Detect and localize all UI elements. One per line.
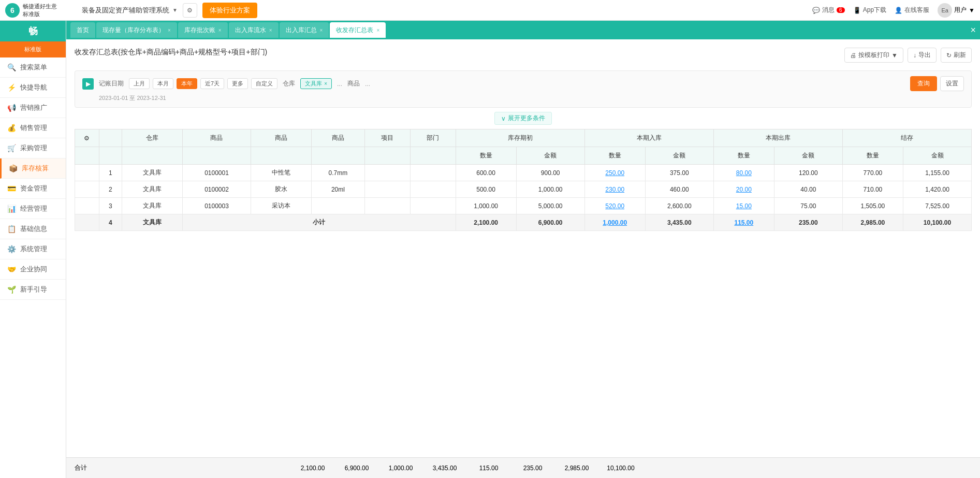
tab-summary[interactable]: 出入库汇总 × xyxy=(280,22,329,38)
sidebar-item-search[interactable]: 🔍 搜索菜单 xyxy=(0,57,66,78)
filter-collapse-btn[interactable]: ▶ xyxy=(82,78,94,90)
th-in-qty: 数量 xyxy=(584,147,645,165)
tab-inventory[interactable]: 现存量（库存分布表） × xyxy=(96,22,177,38)
subtotal-out-qty[interactable]: 115.00 xyxy=(713,214,774,231)
tab-flow[interactable]: 出入库流水 × xyxy=(229,22,279,38)
sys-dropdown-icon[interactable]: ▼ xyxy=(172,7,178,13)
marketing-icon: 📢 xyxy=(7,104,16,112)
tab-summary-close[interactable]: × xyxy=(320,27,323,33)
row2-dept xyxy=(410,181,456,198)
data-table: ⚙ 仓库 商品 商品 商品 项目 部门 库存期初 本期入库 本期出库 结存 xyxy=(75,129,972,231)
row2-in-qty[interactable]: 230.00 xyxy=(584,181,645,198)
query-button[interactable]: 查询 xyxy=(910,76,937,91)
tab-batch-close[interactable]: × xyxy=(218,27,222,33)
row3-out-amount: 75.00 xyxy=(774,198,842,214)
subtotal-label: 小计 xyxy=(183,214,456,231)
messages-badge: 6 xyxy=(837,7,845,13)
trial-button[interactable]: 体验行业方案 xyxy=(202,3,257,18)
row2-spec: 20ml xyxy=(312,181,365,198)
row1-num: 1 xyxy=(99,165,122,181)
sidebar-item-sales[interactable]: 💰 销售管理 xyxy=(0,118,66,138)
date-btn-more[interactable]: 更多 xyxy=(227,78,248,89)
export-btn[interactable]: ↓ 导出 xyxy=(908,48,937,63)
sidebar-brand: 标准版 xyxy=(0,41,66,57)
goods-more-btn[interactable]: ... xyxy=(365,80,370,88)
close-all-btn[interactable]: × xyxy=(970,25,976,36)
app-container: 6 畅捷通好生意 标准版 装备及固定资产辅助管理系统 ▼ ⚙ 体验行业方案 💬 … xyxy=(0,0,980,478)
purchase-icon: 🛒 xyxy=(7,144,16,152)
expand-more-btn[interactable]: ∨ 展开更多条件 xyxy=(494,112,552,125)
refresh-btn[interactable]: ↻ 刷新 xyxy=(941,48,972,63)
row1-in-qty[interactable]: 250.00 xyxy=(584,165,645,181)
table-row: 2 文具库 0100002 胶水 20ml 500.00 1,000.00 23… xyxy=(75,181,972,198)
subtotal-in-qty[interactable]: 1,000.00 xyxy=(584,214,645,231)
sidebar-item-system[interactable]: ⚙️ 系统管理 xyxy=(0,239,66,259)
warehouse-more-btn[interactable]: ... xyxy=(337,80,342,88)
tab-batch[interactable]: 库存批次账 × xyxy=(178,22,228,38)
row3-out-qty[interactable]: 15.00 xyxy=(713,198,774,214)
th-spec: 商品 xyxy=(312,129,365,147)
top-bar: 6 畅捷通好生意 标准版 装备及固定资产辅助管理系统 ▼ ⚙ 体验行业方案 💬 … xyxy=(0,0,980,21)
search-icon: 🔍 xyxy=(7,63,16,71)
sidebar-item-quick[interactable]: ⚡ 快捷导航 xyxy=(0,78,66,98)
app-download-item[interactable]: 📱 App下载 xyxy=(853,6,886,15)
sidebar-item-finance[interactable]: 💳 资金管理 xyxy=(0,179,66,199)
user-button[interactable]: Ea 用户 ▼ xyxy=(938,3,975,18)
online-service-item[interactable]: 👤 在线客服 xyxy=(895,6,929,15)
row2-code: 0100002 xyxy=(183,181,251,198)
tab-receive-close[interactable]: × xyxy=(376,27,379,33)
th-settings[interactable]: ⚙ xyxy=(75,129,99,147)
sidebar-item-newbie[interactable]: 🌱 新手引导 xyxy=(0,280,66,300)
row3-init-amount: 5,000.00 xyxy=(516,198,584,214)
row1-out-qty[interactable]: 80.00 xyxy=(713,165,774,181)
row1-init-amount: 900.00 xyxy=(516,165,584,181)
newbie-icon: 🌱 xyxy=(7,285,16,294)
th-init-group: 库存期初 xyxy=(456,129,584,147)
date-btn-last-month[interactable]: 上月 xyxy=(129,78,150,89)
company-icon: 🤝 xyxy=(7,265,16,273)
sidebar-item-base[interactable]: 📋 基础信息 xyxy=(0,219,66,239)
content-area: 首页 现存量（库存分布表） × 库存批次账 × 出入库流水 × 出入库汇总 × xyxy=(66,21,980,478)
row1-goods: 中性笔 xyxy=(251,165,311,181)
messages-item[interactable]: 💬 消息 6 xyxy=(812,6,845,15)
row2-out-qty[interactable]: 20.00 xyxy=(713,181,774,198)
total-end-qty: 2,985.00 xyxy=(556,465,597,472)
warehouse-tag-close[interactable]: × xyxy=(324,81,327,86)
sidebar-item-marketing[interactable]: 📢 营销推广 xyxy=(0,98,66,118)
row3-code: 0100003 xyxy=(183,198,251,214)
tab-inventory-close[interactable]: × xyxy=(168,27,171,33)
sidebar-item-manage[interactable]: 📊 经营管理 xyxy=(0,199,66,219)
tab-home[interactable]: 首页 xyxy=(70,22,95,38)
phone-icon: 📱 xyxy=(853,7,861,14)
row2-init-amount: 1,000.00 xyxy=(516,181,584,198)
row3-spec xyxy=(312,198,365,214)
main-area: 畅 标准版 🔍 搜索菜单 ⚡ 快捷导航 📢 营销推广 💰 销售管理 🛒 采购管 xyxy=(0,21,980,478)
subtotal-check xyxy=(75,214,99,231)
row3-dept xyxy=(410,198,456,214)
print-btn[interactable]: 🖨 按模板打印 ▼ xyxy=(844,48,903,63)
sidebar-item-stock[interactable]: 📦 库存核算 xyxy=(0,158,66,179)
th-dept2 xyxy=(410,147,456,165)
date-btn-this-year[interactable]: 本年 xyxy=(177,78,197,89)
total-end-amount: 10,100.00 xyxy=(597,465,644,472)
total-out-qty: 115.00 xyxy=(468,465,509,472)
sidebar-item-purchase[interactable]: 🛒 采购管理 xyxy=(0,138,66,158)
manage-icon: 📊 xyxy=(7,205,16,213)
row3-end-amount: 7,525.00 xyxy=(903,198,972,214)
tab-receive[interactable]: 收发存汇总表 × xyxy=(330,22,386,38)
row1-in-amount: 375.00 xyxy=(645,165,713,181)
settings-button[interactable]: ⚙ xyxy=(183,3,197,18)
date-btn-7days[interactable]: 近7天 xyxy=(200,78,224,89)
th-out-amount: 金额 xyxy=(774,147,842,165)
date-btn-custom[interactable]: 自定义 xyxy=(251,78,277,89)
sales-icon: 💰 xyxy=(7,124,16,132)
th-code2 xyxy=(183,147,251,165)
date-btn-this-month[interactable]: 本月 xyxy=(153,78,173,89)
sidebar-item-company[interactable]: 🤝 企业协同 xyxy=(0,259,66,280)
total-label: 合计 xyxy=(75,463,292,472)
tab-flow-close[interactable]: × xyxy=(269,27,272,33)
row3-in-qty[interactable]: 520.00 xyxy=(584,198,645,214)
th-in-amount: 金额 xyxy=(645,147,713,165)
set-button[interactable]: 设置 xyxy=(940,76,964,91)
table-row: 3 文具库 0100003 采访本 1,000.00 5,000.00 520.… xyxy=(75,198,972,214)
